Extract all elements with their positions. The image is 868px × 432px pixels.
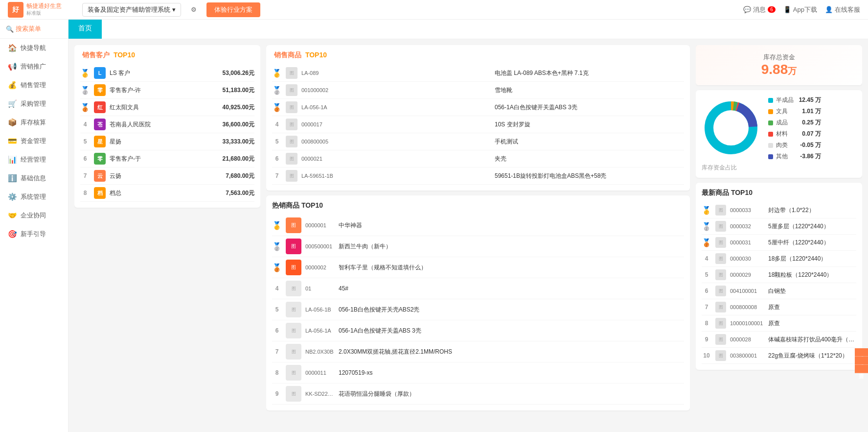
hot-product-name: 2.0X30MM双搓花轴,搓花直径2.1MM/ROHS — [339, 348, 684, 356]
customer-value: 51,183.00元 — [223, 86, 254, 95]
legend-label: 半成品 — [776, 96, 794, 104]
sidebar-item-营销推广[interactable]: 📢营销推广 — [0, 57, 68, 76]
hot-product-code: LA-056-1B — [305, 307, 335, 312]
customer-badge: 星 — [94, 136, 106, 147]
legend-item: 半成品 12.45 万 — [768, 96, 821, 104]
search-icon: 🔍 — [6, 25, 14, 33]
right-panel: 库存总资金 9.88万 — [696, 45, 862, 426]
product-thumb: 图 — [286, 302, 301, 317]
inventory-card: 库存总资金 9.88万 — [696, 45, 862, 85]
new-product-thumb: 图 — [715, 253, 726, 264]
new-product-thumb: 图 — [715, 318, 726, 329]
sales-product-rank-item: 4 图 0000017 10S 变封罗旋 — [272, 116, 684, 133]
customer-rank-list: 🥇 L LS 客户 53,006.26元 🥈 零 零售客户-许 51,183.0… — [80, 65, 254, 202]
sales-products-list: 🥇 图 LA-089 电池盖 LA-089 ABS本色+黑种 7.1克 🥈 图 … — [272, 65, 684, 185]
new-product-name: 5厘多层（1220*2440） — [768, 222, 856, 231]
customer-name: 零售客户-许 — [110, 86, 219, 95]
hot-product-code: LA-056-1A — [305, 328, 335, 334]
system-select[interactable]: 装备及固定资产辅助管理系统 ▾ — [82, 3, 181, 17]
float-buttons: 客服热线服务社区直播 — [855, 348, 868, 373]
online-service-button[interactable]: 👤 在线客服 — [825, 5, 860, 14]
legend-label: 肉类 — [776, 141, 794, 149]
nav-label: 基础信息 — [21, 174, 46, 183]
new-product-rank-item: 6 图 004100001 白钢垫 — [702, 283, 856, 299]
hot-products-card: 热销商品 TOP10 🥇 图 0000001 中华神器 🥈 图 00050000… — [266, 195, 690, 410]
new-product-rank-item: 4 图 0000030 18多层（1220*2440） — [702, 251, 856, 267]
sidebar-item-库存核算[interactable]: 📦库存核算 — [0, 113, 68, 132]
product-code: 001000002 — [301, 87, 491, 93]
new-product-rank-item: 10 图 003800001 22g鱼豆腐-烧烤味（1*12*20） — [702, 348, 856, 364]
customer-badge: 零 — [94, 153, 106, 165]
customer-name: LS 客户 — [110, 69, 219, 77]
message-button[interactable]: 💬 消息 6 — [743, 5, 776, 14]
customer-name: 星扬 — [110, 138, 219, 146]
gear-button[interactable]: ⚙ — [187, 3, 201, 17]
customer-rank-item: 4 苍 苍南县人民医院 36,600.00元 — [80, 116, 254, 133]
product-code: LA-59651-1B — [301, 173, 491, 179]
float-btn-客服热线[interactable]: 客服热线 — [855, 348, 868, 357]
legend-label: 材料 — [776, 130, 794, 138]
legend-color — [768, 132, 773, 137]
nav-icon: 📦 — [8, 118, 17, 127]
message-label: 消息 — [753, 5, 766, 14]
legend-color — [768, 154, 773, 159]
tab-home[interactable]: 首页 — [69, 20, 102, 39]
new-product-thumb: 图 — [715, 221, 726, 232]
sidebar-item-系统管理[interactable]: ⚙️系统管理 — [0, 188, 68, 206]
product-thumb: 图 — [286, 260, 301, 275]
float-btn-服务社区[interactable]: 服务社区 — [855, 357, 868, 365]
float-btn-直播[interactable]: 直播 — [855, 365, 868, 373]
inventory-legend: 半成品 12.45 万 文具 1.01 万 成品 0.25 万 材料 0.07 … — [768, 96, 821, 161]
sidebar-item-基础信息[interactable]: ℹ️基础信息 — [0, 169, 68, 188]
new-products-card: 最新商品 TOP10 🥇 图 0000033 封边带（1.0*22） 🥈 图 0… — [696, 183, 862, 370]
product-thumb: 图 — [286, 217, 301, 233]
message-icon: 💬 — [743, 6, 751, 13]
topbar-right: 💬 消息 6 📱 App下载 👤 在线客服 — [743, 5, 860, 14]
product-thumb: 图 — [286, 101, 297, 113]
new-product-name: 体碱嘉枝味苏打饮品400毫升（1*15） — [768, 336, 856, 344]
customer-name: 云扬 — [110, 172, 222, 180]
customer-name: 红太阳文具 — [110, 103, 219, 112]
hot-product-code: 0000011 — [305, 370, 335, 376]
nav-label: 快捷导航 — [21, 44, 46, 52]
sidebar-item-企业协同[interactable]: 🤝企业协同 — [0, 206, 68, 225]
nav-icon: 🤝 — [8, 211, 17, 220]
nav-search[interactable]: 🔍 搜索菜单 — [0, 20, 68, 39]
legend-item: 肉类 -0.05 万 — [768, 141, 821, 149]
new-product-name: 原查 — [768, 319, 856, 328]
sidebar-item-快捷导航[interactable]: 🏠快捷导航 — [0, 39, 68, 57]
legend-value: 12.45 万 — [797, 96, 821, 104]
hot-products-list: 🥇 图 0000001 中华神器 🥈 图 000500001 新西兰牛肉（新牛）… — [272, 215, 684, 405]
product-name: 59651-1B旋转投影灯电池盒ABS黑色+58壳 — [495, 172, 684, 180]
hot-product-name: 056-1A白色按键开关盖ABS 3壳 — [339, 327, 684, 335]
service-icon: 👤 — [825, 6, 833, 13]
customer-badge: 云 — [94, 170, 106, 182]
hot-product-code: KK-SD22110H — [305, 391, 335, 397]
topbar: 好 畅捷通好生意 标准版 装备及固定资产辅助管理系统 ▾ ⚙ 体验行业方案 💬 … — [0, 0, 868, 20]
hot-product-name: 花语萌恒温分腿睡袋（厚款） — [339, 390, 684, 398]
product-thumb: 图 — [286, 386, 301, 402]
nav-label: 采购管理 — [21, 99, 46, 108]
customer-value: 33,333.00元 — [223, 138, 254, 146]
product-name: 手机测试 — [495, 138, 684, 146]
customer-badge: 红 — [94, 101, 106, 113]
new-product-code: 0000033 — [730, 207, 764, 213]
sidebar-item-新手引导[interactable]: 🎯新手引导 — [0, 225, 68, 243]
middle-panel: 销售商品 TOP10 🥇 图 LA-089 电池盖 LA-089 ABS本色+黑… — [266, 45, 690, 426]
sidebar-item-资金管理[interactable]: 💳资金管理 — [0, 132, 68, 150]
new-product-code: 0000029 — [730, 272, 764, 278]
product-thumb: 图 — [286, 170, 297, 182]
nav-icon: 📊 — [8, 155, 17, 164]
product-thumb: 图 — [286, 153, 297, 165]
trial-button[interactable]: 体验行业方案 — [206, 2, 260, 17]
hot-product-rank-item: 🥉 图 0000002 智利车子里（规格不知道填什么） — [272, 257, 684, 278]
app-download-button[interactable]: 📱 App下载 — [783, 5, 817, 14]
product-name: 雪地靴 — [495, 86, 684, 95]
sidebar-item-经营管理[interactable]: 📊经营管理 — [0, 150, 68, 169]
product-name: 056-1A白色按键开关盖ABS 3壳 — [495, 103, 684, 112]
legend-item: 其他 -3.86 万 — [768, 152, 821, 161]
hot-product-name: 056-1B白色按键开关壳ABS2壳 — [339, 306, 684, 314]
sidebar-item-采购管理[interactable]: 🛒采购管理 — [0, 95, 68, 113]
customer-badge: 零 — [94, 84, 106, 96]
sidebar-item-销售管理[interactable]: 💰销售管理 — [0, 76, 68, 95]
